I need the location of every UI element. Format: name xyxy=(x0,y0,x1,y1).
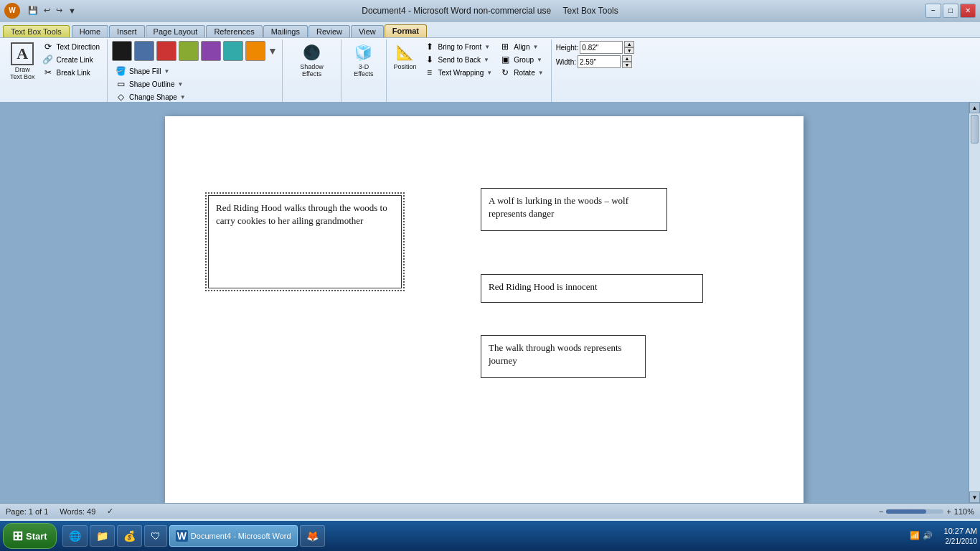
draw-text-box-label: DrawText Box xyxy=(10,67,35,81)
group-arrow: ▼ xyxy=(537,57,542,63)
tab-mailings[interactable]: Mailings xyxy=(263,25,308,37)
page-indicator: Page: 1 of 1 xyxy=(6,507,48,516)
minimize-button[interactable]: − xyxy=(925,4,941,18)
clock: 10:27 AM 2/21/2010 xyxy=(944,526,977,545)
zoom-out-btn[interactable]: − xyxy=(879,507,883,516)
text-wrapping-button[interactable]: ≡ Text Wrapping ▼ xyxy=(421,67,496,78)
color-swatch-teal[interactable] xyxy=(223,41,243,61)
taskbar-word-label: Document4 - Microsoft Word xyxy=(191,532,291,540)
color-swatch-more-button[interactable]: ▼ xyxy=(268,45,278,57)
text-direction-button[interactable]: ⟳ Text Direction xyxy=(39,41,103,52)
tab-home[interactable]: Home xyxy=(72,25,108,37)
window-controls: − □ ✕ xyxy=(925,4,976,18)
maximize-button[interactable]: □ xyxy=(943,4,958,18)
width-field: Width: ▲ ▼ xyxy=(556,55,635,68)
position-label: Position xyxy=(394,64,417,71)
qa-dropdown[interactable]: ▼ xyxy=(66,6,78,16)
proof-icon[interactable]: ✓ xyxy=(107,507,113,516)
3d-effects-icon: 🧊 xyxy=(354,42,374,62)
title-bar: W 💾 ↩ ↪ ▼ Document4 - Microsoft Word non… xyxy=(0,0,980,22)
taskbar: ⊞ Start 🌐 📁 💰 🛡 W Document4 - Microsoft … xyxy=(0,521,980,551)
textbox-2[interactable]: A wolf is lurking in the woods – wolf re… xyxy=(481,188,667,231)
width-spin: ▲ ▼ xyxy=(622,55,632,68)
width-spin-up[interactable]: ▲ xyxy=(622,55,632,62)
document-area: Red Riding Hood walks through the woods … xyxy=(0,102,969,503)
tab-page-layout[interactable]: Page Layout xyxy=(146,25,206,37)
taskbar-item-ie[interactable]: 🌐 xyxy=(62,525,88,547)
firefox-icon: 🦊 xyxy=(306,530,319,542)
textbox-4[interactable]: The walk through woods represents journe… xyxy=(481,335,646,378)
color-swatch-orange[interactable] xyxy=(245,41,265,61)
textbox-3[interactable]: Red Riding Hood is innocent xyxy=(481,274,703,303)
undo-quick-btn[interactable]: ↩ xyxy=(42,5,52,16)
textbox-1[interactable]: Red Riding Hood walks through the woods … xyxy=(208,195,402,288)
office-button[interactable]: W xyxy=(4,3,20,19)
close-button[interactable]: ✕ xyxy=(960,4,976,18)
color-swatch-purple[interactable] xyxy=(201,41,221,61)
height-spin-down[interactable]: ▼ xyxy=(624,47,634,54)
taskbar-item-security[interactable]: 🛡 xyxy=(144,525,167,547)
shape-outline-button[interactable]: ▭ Shape Outline ▼ xyxy=(112,78,189,90)
position-button[interactable]: 📐 Position xyxy=(391,41,420,72)
bring-front-button[interactable]: ⬆ Bring to Front ▼ xyxy=(421,41,496,52)
textbox-1-content: Red Riding Hood walks through the woods … xyxy=(216,202,387,226)
vertical-scrollbar[interactable]: ▲ ▼ xyxy=(969,102,980,503)
shape-fill-button[interactable]: 🪣 Shape Fill ▼ xyxy=(112,65,189,77)
scroll-track[interactable] xyxy=(969,113,980,491)
draw-text-box-button[interactable]: A DrawText Box xyxy=(7,41,38,83)
3d-content: 🧊 3-DEffects xyxy=(351,41,377,103)
tab-text-box-tools: Text Box Tools xyxy=(3,25,70,37)
height-spin-up[interactable]: ▲ xyxy=(624,41,634,47)
save-quick-btn[interactable]: 💾 xyxy=(26,5,40,16)
break-link-button[interactable]: ✂ Break Link xyxy=(39,67,103,78)
3d-effects-button[interactable]: 🧊 3-DEffects xyxy=(351,41,377,80)
color-swatch-green[interactable] xyxy=(179,41,199,61)
color-swatch-red[interactable] xyxy=(156,41,176,61)
scroll-thumb[interactable] xyxy=(971,115,979,143)
taskbar-item-firefox[interactable]: 🦊 xyxy=(300,525,325,547)
color-swatch-black[interactable] xyxy=(112,41,132,61)
network-icon: 📶 xyxy=(910,531,920,540)
shadow-effects-button[interactable]: 🌑 ShadowEffects xyxy=(297,41,326,80)
width-input[interactable] xyxy=(578,55,621,68)
start-button[interactable]: ⊞ Start xyxy=(3,523,57,549)
height-input[interactable] xyxy=(580,41,623,54)
tab-references[interactable]: References xyxy=(206,25,262,37)
text-wrapping-label: Text Wrapping xyxy=(438,69,484,77)
explorer-icon: 📁 xyxy=(96,530,108,542)
taskbar-item-word[interactable]: W Document4 - Microsoft Word xyxy=(169,525,298,547)
break-link-icon: ✂ xyxy=(42,67,54,77)
change-shape-button[interactable]: ◇ Change Shape ▼ xyxy=(112,91,189,103)
taskbar-item-app1[interactable]: 💰 xyxy=(117,525,142,547)
tab-insert[interactable]: Insert xyxy=(109,25,145,37)
width-spin-down[interactable]: ▼ xyxy=(622,62,632,68)
start-label: Start xyxy=(26,531,47,542)
volume-icon: 🔊 xyxy=(923,531,933,540)
arrange-small-group2: ⊞ Align ▼ ▣ Group ▼ ↻ Rotate ▼ xyxy=(496,41,546,78)
scroll-down-button[interactable]: ▼ xyxy=(969,491,980,503)
rotate-button[interactable]: ↻ Rotate ▼ xyxy=(496,67,546,78)
textbox-styles-content: ▼ 🪣 Shape Fill ▼ ▭ Shape Outline ▼ ◇ xyxy=(112,41,278,103)
scroll-up-button[interactable]: ▲ xyxy=(969,102,980,113)
group-button[interactable]: ▣ Group ▼ xyxy=(496,54,546,65)
system-tray[interactable]: 📶 🔊 xyxy=(904,531,938,540)
tab-review[interactable]: Review xyxy=(308,25,350,37)
taskbar-item-explorer[interactable]: 📁 xyxy=(90,525,115,547)
textbox-2-content: A wolf is lurking in the woods – wolf re… xyxy=(489,195,628,219)
zoom-in-btn[interactable]: + xyxy=(946,507,951,516)
zoom-slider[interactable] xyxy=(886,509,943,514)
size-fields: Height: ▲ ▼ Width: ▲ ▼ xyxy=(556,41,635,68)
height-field: Height: ▲ ▼ xyxy=(556,41,635,54)
redo-quick-btn[interactable]: ↪ xyxy=(54,5,65,16)
send-back-icon: ⬇ xyxy=(424,55,435,65)
shape-fill-arrow: ▼ xyxy=(164,68,170,75)
word-icon: W xyxy=(176,530,188,542)
create-link-button[interactable]: 🔗 Create Link xyxy=(39,54,103,65)
bring-front-label: Bring to Front xyxy=(438,43,482,51)
send-back-button[interactable]: ⬇ Send to Back ▼ xyxy=(421,54,496,65)
align-button[interactable]: ⊞ Align ▼ xyxy=(496,41,546,52)
color-swatch-blue[interactable] xyxy=(134,41,154,61)
tab-view[interactable]: View xyxy=(351,25,384,37)
tab-format[interactable]: Format xyxy=(385,24,427,37)
quick-access-toolbar: 💾 ↩ ↪ ▼ xyxy=(26,5,78,16)
